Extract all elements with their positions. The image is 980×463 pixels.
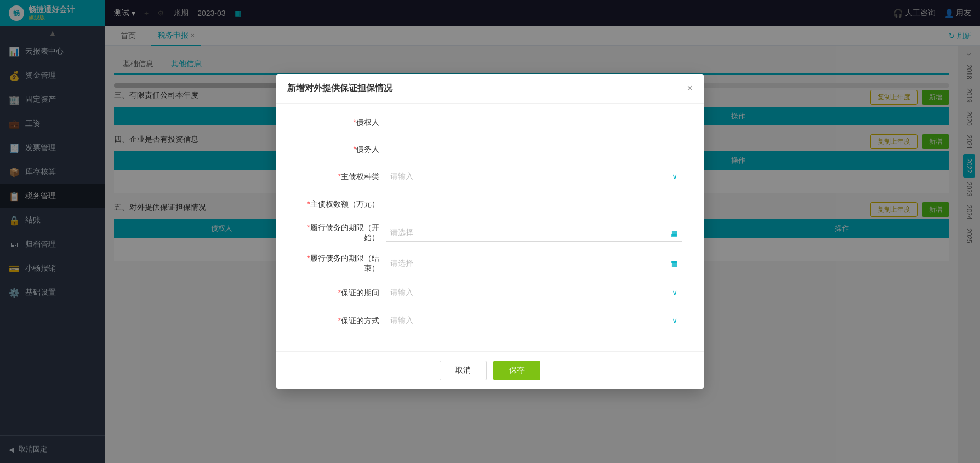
form-input-creditor[interactable] — [386, 115, 682, 130]
form-label-period_end: *履行债务的期限（结束） — [298, 254, 386, 273]
calendar-icon: ▦ — [670, 259, 677, 268]
form-row-guarantee_method: *保证的方式请输入∨ — [298, 312, 682, 329]
form-select-guarantee_method[interactable]: 请输入∨ — [386, 312, 682, 329]
modal-title: 新增对外提供保证担保情况 — [287, 83, 392, 94]
modal-footer: 取消 保存 — [276, 351, 704, 389]
modal-header: 新增对外提供保证担保情况 × — [276, 74, 704, 104]
chevron-down-icon: ∨ — [672, 288, 677, 297]
modal-close-btn[interactable]: × — [687, 83, 693, 94]
modal-overlay[interactable]: 新增对外提供保证担保情况 × *债权人*债务人*主债权种类请输入∨*主债权数额（… — [0, 0, 980, 463]
form-date-period_end[interactable]: 请选择▦ — [386, 255, 682, 272]
form-row-claim_type: *主债权种类请输入∨ — [298, 168, 682, 185]
form-row-creditor: *债权人 — [298, 115, 682, 130]
form-label-guarantee_period: *保证的期间 — [298, 288, 386, 298]
form-label-guarantee_method: *保证的方式 — [298, 316, 386, 326]
form-label-claim_type: *主债权种类 — [298, 172, 386, 182]
form-input-claim_amount[interactable] — [386, 196, 682, 212]
modal-form: *债权人*债务人*主债权种类请输入∨*主债权数额（万元）*履行债务的期限（开始）… — [298, 115, 682, 329]
form-select-guarantee_period[interactable]: 请输入∨ — [386, 284, 682, 301]
form-row-period_start: *履行债务的期限（开始）请选择▦ — [298, 223, 682, 243]
chevron-down-icon: ∨ — [672, 316, 677, 325]
modal-body: *债权人*债务人*主债权种类请输入∨*主债权数额（万元）*履行债务的期限（开始）… — [276, 104, 704, 351]
form-date-period_start[interactable]: 请选择▦ — [386, 225, 682, 242]
form-row-claim_amount: *主债权数额（万元） — [298, 196, 682, 212]
save-button[interactable]: 保存 — [493, 361, 540, 380]
form-select-claim_type[interactable]: 请输入∨ — [386, 168, 682, 185]
form-label-claim_amount: *主债权数额（万元） — [298, 199, 386, 209]
form-label-creditor: *债权人 — [298, 118, 386, 128]
form-label-period_start: *履行债务的期限（开始） — [298, 223, 386, 243]
form-row-guarantee_period: *保证的期间请输入∨ — [298, 284, 682, 301]
calendar-icon: ▦ — [670, 228, 677, 237]
cancel-button[interactable]: 取消 — [440, 361, 487, 380]
form-label-debtor: *债务人 — [298, 145, 386, 155]
chevron-down-icon: ∨ — [672, 172, 677, 181]
modal-dialog: 新增对外提供保证担保情况 × *债权人*债务人*主债权种类请输入∨*主债权数额（… — [276, 74, 704, 389]
form-row-debtor: *债务人 — [298, 141, 682, 157]
form-input-debtor[interactable] — [386, 141, 682, 157]
form-row-period_end: *履行债务的期限（结束）请选择▦ — [298, 254, 682, 273]
